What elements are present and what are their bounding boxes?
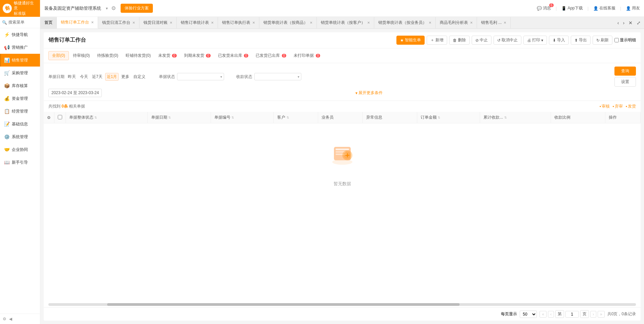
select-all-checkbox[interactable] bbox=[58, 115, 62, 119]
tab-gross-profit[interactable]: 商品毛利分析表 ✕ bbox=[436, 17, 477, 28]
tab-sales-stats-close[interactable]: ✕ bbox=[211, 21, 214, 25]
sidebar-item-operations[interactable]: 📋 经营管理 bbox=[0, 105, 40, 118]
table-summary: 共找到 0条 相关单据 审核 弃审 发货 bbox=[44, 101, 641, 112]
review-link[interactable]: 审核 bbox=[599, 104, 610, 109]
tab-sales-gross[interactable]: 销售毛利 ... ✕ bbox=[477, 17, 511, 28]
sidebar-item-marketing[interactable]: 📢 营销推广 bbox=[0, 41, 40, 54]
subtab-not-printed[interactable]: 未打印单据 0 bbox=[290, 51, 324, 60]
page-input[interactable] bbox=[565, 311, 579, 318]
tab-cash-daily-close[interactable]: ✕ bbox=[132, 21, 135, 25]
subtab-pending-review[interactable]: 待审核(0) bbox=[70, 51, 93, 60]
receipt-status-select[interactable] bbox=[254, 73, 301, 80]
sort-amount[interactable]: ⇅ bbox=[438, 116, 440, 119]
tab-sales-stats[interactable]: 销售订单统计表 ✕ bbox=[177, 17, 218, 28]
sidebar-item-system[interactable]: ⚙️ 系统管理 bbox=[0, 130, 40, 143]
delete-button[interactable]: 🗑 删除 bbox=[449, 36, 470, 45]
date-opt-today[interactable]: 今天 bbox=[79, 73, 89, 80]
date-opt-custom[interactable]: 自定义 bbox=[132, 73, 147, 80]
expand-button[interactable]: ▾ 展开更多条件 bbox=[355, 89, 383, 97]
date-opt-7days[interactable]: 近7天 bbox=[91, 73, 104, 80]
sort-status[interactable]: ⇅ bbox=[94, 116, 97, 119]
bottom-collapse-icon[interactable]: ◀ bbox=[9, 317, 12, 321]
sort-number[interactable]: ⇅ bbox=[231, 116, 234, 119]
smart-order-button[interactable]: ★ 智能生单 bbox=[396, 36, 425, 45]
tab-sales-execute-close[interactable]: ✕ bbox=[252, 21, 255, 25]
refresh-button[interactable]: ↻ 刷新 bbox=[593, 36, 612, 45]
tab-sales-staff-close[interactable]: ✕ bbox=[429, 21, 431, 25]
inventory-icon: 📦 bbox=[4, 83, 10, 89]
tab-sales-order[interactable]: 销售订单工作台 ✕ bbox=[57, 17, 98, 29]
sidebar-item-guide[interactable]: 📖 新手引导 bbox=[0, 156, 40, 169]
solution-button[interactable]: 体验行业方案 bbox=[121, 4, 153, 13]
sort-date[interactable]: ⇅ bbox=[168, 116, 171, 119]
tab-home[interactable]: 首页 bbox=[40, 17, 57, 28]
tab-sales-order-close[interactable]: ✕ bbox=[91, 21, 94, 24]
show-detail-checkbox[interactable] bbox=[614, 38, 619, 42]
col-settings[interactable]: ⚙ bbox=[44, 112, 54, 123]
tab-sales-gross-close[interactable]: ✕ bbox=[504, 21, 506, 25]
date-opt-more[interactable]: 更多 bbox=[120, 73, 131, 80]
tab-sales-customer[interactable]: 销货单统计表（按客户） ✕ bbox=[317, 17, 374, 28]
ship-link[interactable]: 发货 bbox=[626, 104, 636, 109]
export-button[interactable]: ⬆ 导出 bbox=[571, 36, 591, 45]
cancel-stop-button[interactable]: ↺ 取消中止 bbox=[493, 36, 521, 45]
sort-customer[interactable]: ⇅ bbox=[287, 116, 289, 119]
subtab-not-shipped[interactable]: 未发货 0 bbox=[155, 51, 180, 60]
import-button[interactable]: ⬇ 导入 bbox=[549, 36, 569, 45]
next-page-btn[interactable]: › bbox=[590, 311, 596, 318]
tab-sales-execute[interactable]: 销售订单执行表 ✕ bbox=[218, 17, 259, 28]
sidebar-item-inventory[interactable]: 📦 库存核算 bbox=[0, 79, 40, 92]
topbar-gear-icon[interactable]: ⚙ bbox=[111, 5, 116, 11]
sort-collected[interactable]: ⇅ bbox=[504, 116, 507, 119]
sidebar-search[interactable]: 🔍 搜索菜单 bbox=[0, 17, 40, 28]
sidebar-item-enterprise[interactable]: 🤝 企业协同 bbox=[0, 143, 40, 156]
subtab-pending-check[interactable]: 待拣验货(0) bbox=[94, 51, 122, 60]
status-select[interactable] bbox=[177, 73, 224, 80]
query-button[interactable]: 查询 bbox=[614, 67, 636, 76]
print-button[interactable]: 🖨 打印 ▾ bbox=[523, 36, 547, 45]
prev-page-btn[interactable]: ‹ bbox=[548, 311, 554, 318]
tab-cash-reconcile-close[interactable]: ✕ bbox=[170, 21, 172, 25]
filter-settings-button[interactable]: 设置 bbox=[614, 77, 636, 87]
online-service-item[interactable]: 👤 在线客服 bbox=[593, 5, 615, 11]
table-scroll[interactable]: ⚙ 单据整体状态 ⇅ 单据日期 ⇅ bbox=[44, 112, 641, 303]
tab-gross-profit-close[interactable]: ✕ bbox=[470, 21, 473, 25]
message-item[interactable]: 💬 消息 6 bbox=[537, 5, 551, 11]
horizontal-scrollbar[interactable] bbox=[48, 303, 636, 306]
sidebar-item-sales[interactable]: 📊 销售管理 bbox=[0, 54, 40, 67]
date-opt-yesterday[interactable]: 昨天 bbox=[67, 73, 77, 80]
col-checkbox[interactable] bbox=[54, 112, 66, 123]
user-item[interactable]: 👤 用友 bbox=[626, 5, 640, 11]
subtab-wangdian[interactable]: 旺铺待发货(0) bbox=[122, 51, 154, 60]
tabs-close-all[interactable]: ✕ bbox=[627, 19, 634, 26]
tab-sales-customer-close[interactable]: ✕ bbox=[367, 21, 370, 25]
tabs-scroll-right[interactable]: › bbox=[621, 19, 626, 26]
bottom-settings-icon[interactable]: ⚙ bbox=[3, 317, 6, 321]
subtab-shipped-out[interactable]: 已发货已出库 0 bbox=[252, 51, 290, 60]
tab-cash-reconcile[interactable]: 钱货日清对账 ✕ bbox=[139, 17, 177, 28]
first-page-btn[interactable]: « bbox=[540, 311, 547, 318]
sidebar-item-finance[interactable]: 💰 资金管理 bbox=[0, 92, 40, 105]
add-button[interactable]: ＋ 新增 bbox=[427, 36, 447, 45]
topbar-dropdown-arrow[interactable]: ▾ bbox=[106, 6, 108, 11]
sidebar-item-quick[interactable]: ⚡ 快捷导航 bbox=[0, 28, 40, 41]
tabs-scroll-left[interactable]: ‹ bbox=[616, 19, 620, 26]
tabs-maximize[interactable]: ⤢ bbox=[635, 19, 642, 26]
tab-cash-daily[interactable]: 钱货日清工作台 ✕ bbox=[98, 17, 139, 28]
stop-button[interactable]: ⊘ 中止 bbox=[472, 36, 491, 45]
abandon-link[interactable]: 弃审 bbox=[612, 104, 623, 109]
subtab-overdue[interactable]: 到期未发货 0 bbox=[181, 51, 214, 60]
show-detail-label[interactable]: 显示明细 bbox=[614, 37, 636, 43]
tab-sales-product-close[interactable]: ✕ bbox=[310, 21, 312, 25]
page-size-select[interactable]: 10 20 50 100 bbox=[520, 311, 537, 318]
last-page-btn[interactable]: » bbox=[598, 311, 605, 318]
subtab-all[interactable]: 全部(0) bbox=[48, 51, 69, 60]
tab-sales-product[interactable]: 销货单统计表（按商品） ✕ bbox=[259, 17, 317, 28]
subtab-shipped-not-out[interactable]: 已发货未出库 0 bbox=[215, 51, 252, 60]
sidebar-item-purchase[interactable]: 🛒 采购管理 bbox=[0, 67, 40, 79]
purchase-label: 采购管理 bbox=[12, 70, 28, 76]
date-opt-1month[interactable]: 近1月 bbox=[105, 73, 119, 81]
app-download-item[interactable]: 📱 App下载 bbox=[561, 5, 583, 11]
tab-sales-staff[interactable]: 销货单统计表（按业务员） ✕ bbox=[374, 17, 436, 28]
sidebar-item-basic[interactable]: 📝 基础信息 bbox=[0, 118, 40, 130]
